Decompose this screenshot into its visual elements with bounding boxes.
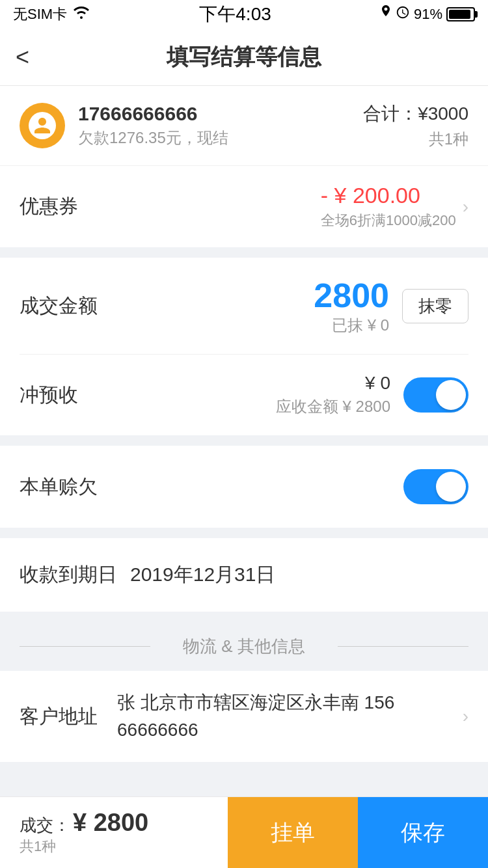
carrier-text: 无SIM卡 [13, 5, 67, 24]
amount-label: 成交金额 [20, 293, 98, 319]
bottom-deal-label: 成交： [20, 814, 70, 837]
status-bar: 无SIM卡 下午4:03 91% [0, 0, 488, 29]
wifi-icon [72, 6, 90, 23]
bottom-deal-row: 成交： ¥ 2800 [20, 809, 208, 837]
address-chevron-icon: › [463, 706, 468, 727]
status-right: 91% [380, 5, 475, 23]
location-icon [380, 5, 392, 23]
debt-row: 本单赊欠 [20, 446, 468, 528]
battery-fill [449, 10, 470, 19]
precharge-row: 冲预收 ¥ 0 应收金额 ¥ 2800 [20, 355, 468, 435]
coupon-discount: - ¥ 200.00 [321, 183, 456, 208]
address-label: 客户地址 [20, 703, 98, 730]
duedate-value: 2019年12月31日 [130, 562, 275, 588]
alarm-icon [396, 5, 410, 23]
nav-bar: < 填写结算等信息 [0, 29, 488, 86]
chevron-right-icon: › [463, 197, 468, 217]
content-area: 17666666666 欠款1276.35元，现结 合计：¥3000 共1种 优… [0, 86, 488, 868]
status-left: 无SIM卡 [13, 5, 90, 24]
logistics-divider: 物流 & 其他信息 [0, 622, 488, 671]
debt-section: 本单赊欠 [0, 446, 488, 528]
avatar-icon [29, 112, 56, 139]
debt-toggle-knob [436, 472, 466, 502]
bottom-count: 共1种 [20, 837, 208, 856]
address-section: 客户地址 张 北京市市辖区海淀区永丰南 156 66666666 › [0, 671, 488, 762]
debt-label: 本单赊欠 [20, 474, 98, 500]
address-content: 张 北京市市辖区海淀区永丰南 156 66666666 [117, 689, 463, 744]
precharge-value: ¥ 0 [276, 373, 390, 394]
save-button[interactable]: 保存 [358, 797, 488, 869]
bottom-amount: ¥ 2800 [73, 809, 148, 837]
address-row[interactable]: 客户地址 张 北京市市辖区海淀区永丰南 156 66666666 › [20, 671, 468, 762]
precharge-amount: ¥ 0 应收金额 ¥ 2800 [276, 373, 390, 417]
coupon-info: - ¥ 200.00 全场6折满1000减200 [321, 183, 456, 230]
avatar [20, 103, 65, 148]
coupon-description: 全场6折满1000减200 [321, 211, 456, 230]
user-total: 合计：¥3000 共1种 [363, 102, 468, 150]
precharge-label: 冲预收 [20, 382, 78, 409]
amount-right: 2800 已抹 ¥ 0 抹零 [314, 276, 468, 336]
bottom-bar: 成交： ¥ 2800 共1种 挂单 保存 [0, 796, 488, 868]
duedate-label: 收款到期日 [20, 562, 117, 588]
amount-row: 成交金额 2800 已抹 ¥ 0 抹零 [20, 258, 468, 355]
toggle-knob [436, 380, 466, 410]
battery-percent: 91% [414, 6, 442, 23]
debt-toggle[interactable] [403, 469, 468, 504]
user-row: 17666666666 欠款1276.35元，现结 合计：¥3000 共1种 [0, 86, 488, 165]
total-count: 共1种 [363, 129, 468, 150]
amount-section: 成交金额 2800 已抹 ¥ 0 抹零 冲预收 ¥ 0 应收金额 ¥ 2800 [0, 258, 488, 435]
coupon-row[interactable]: 优惠券 - ¥ 200.00 全场6折满1000减200 › [0, 165, 488, 247]
coupon-right: - ¥ 200.00 全场6折满1000减200 › [321, 183, 468, 230]
amount-sub: 已抹 ¥ 0 [314, 315, 389, 336]
user-phone: 17666666666 [78, 103, 363, 125]
battery-icon [446, 7, 475, 21]
duedate-row: 收款到期日 2019年12月31日 [20, 538, 468, 612]
time-display: 下午4:03 [199, 2, 271, 27]
bottom-info: 成交： ¥ 2800 共1种 [0, 809, 228, 856]
back-button[interactable]: < [16, 44, 29, 71]
amount-display: 2800 已抹 ¥ 0 [314, 276, 389, 336]
logistics-title: 物流 & 其他信息 [183, 635, 305, 658]
duedate-section: 收款到期日 2019年12月31日 [0, 538, 488, 612]
precharge-sub: 应收金额 ¥ 2800 [276, 396, 390, 417]
precharge-right: ¥ 0 应收金额 ¥ 2800 [276, 373, 468, 417]
hold-button[interactable]: 挂单 [228, 797, 358, 869]
page-title: 填写结算等信息 [167, 42, 321, 72]
user-info: 17666666666 欠款1276.35元，现结 [78, 103, 363, 148]
coupon-label: 优惠券 [20, 193, 78, 220]
round-zero-button[interactable]: 抹零 [402, 289, 468, 323]
amount-value: 2800 [314, 276, 389, 315]
precharge-toggle[interactable] [403, 377, 468, 413]
total-amount: 合计：¥3000 [363, 102, 468, 126]
user-debt: 欠款1276.35元，现结 [78, 128, 363, 148]
user-info-card: 17666666666 欠款1276.35元，现结 合计：¥3000 共1种 优… [0, 86, 488, 247]
